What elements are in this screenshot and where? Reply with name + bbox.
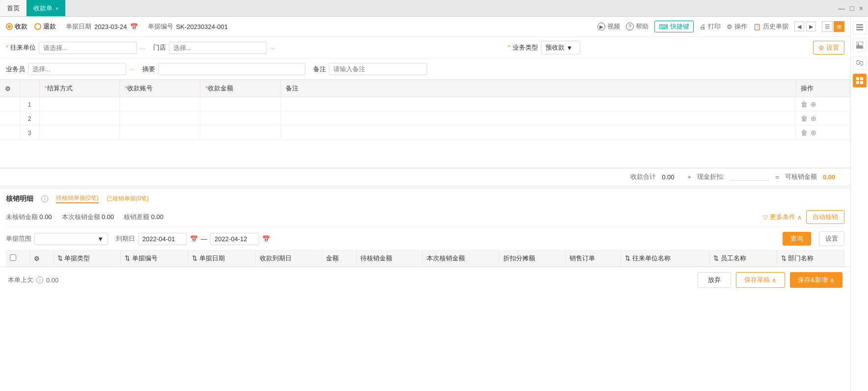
tab-receipt-close[interactable]: ×: [55, 5, 58, 11]
operations-action[interactable]: ⚙ 操作: [727, 22, 747, 31]
td-account-1[interactable]: [120, 97, 200, 112]
query-btn[interactable]: 查询: [783, 232, 811, 246]
sidebar-table-icon[interactable]: [853, 21, 867, 34]
delete-row-3-icon[interactable]: 🗑: [801, 129, 808, 137]
print-label: 打印: [708, 22, 721, 31]
discount-input[interactable]: [730, 173, 769, 181]
sort-icon: ⇅: [57, 254, 63, 262]
remark-input[interactable]: [329, 63, 427, 75]
quickkey-btn[interactable]: ⌨ 快捷键: [654, 21, 694, 32]
settings-btn[interactable]: ⚙ 设置: [813, 41, 844, 55]
date-from-input[interactable]: [138, 233, 187, 245]
verification-header: 核销明细 i 待核销单据(0笔) 已核销单据(0笔): [6, 189, 844, 207]
td-account-3[interactable]: [120, 126, 200, 140]
th-gear[interactable]: ⚙: [0, 80, 20, 97]
employee-input[interactable]: [28, 63, 126, 75]
history-action[interactable]: 📋 历史单据: [753, 22, 788, 31]
td-amount-3[interactable]: [200, 126, 281, 140]
radio-refund[interactable]: 退款: [34, 22, 56, 31]
td-remark-2[interactable]: [280, 112, 795, 126]
more-conditions-arrow: ∧: [797, 214, 802, 221]
calendar-icon[interactable]: 📅: [130, 23, 138, 30]
verification-info-icon[interactable]: i: [41, 196, 48, 202]
verification-section: 核销明细 i 待核销单据(0笔) 已核销单据(0笔) 未核销金额 0.00 本次…: [0, 189, 850, 267]
video-action[interactable]: ▶ 视频: [597, 22, 620, 31]
setting-btn-sm[interactable]: 设置: [819, 231, 844, 246]
tab-receipt[interactable]: 收款单 ×: [27, 0, 65, 16]
partner-input[interactable]: [39, 42, 137, 54]
th-due-date: 收款到期日: [255, 251, 322, 267]
td-remark-3[interactable]: [280, 126, 795, 140]
employee-more-icon[interactable]: ···: [129, 65, 135, 73]
store-input[interactable]: [169, 42, 267, 54]
discard-btn[interactable]: 放弃: [698, 272, 731, 288]
radio-receipt[interactable]: 收款: [6, 22, 27, 31]
grid-view-btn[interactable]: ⊞: [834, 21, 844, 32]
delete-row-2-icon[interactable]: 🗑: [801, 114, 808, 122]
done-tab[interactable]: 已核销单据(0笔): [107, 195, 149, 203]
sidebar-image-icon[interactable]: [853, 38, 867, 52]
help-action[interactable]: ? 帮助: [626, 22, 649, 31]
print-action[interactable]: 🖨 打印: [700, 22, 721, 31]
radio-refund-label: 退款: [43, 22, 56, 31]
summary-group: 摘要: [142, 63, 305, 75]
info-icon-footer[interactable]: i: [36, 277, 43, 283]
partner-group: 往来单位 ···: [6, 42, 145, 54]
prev-arrow[interactable]: ◀: [794, 22, 804, 31]
td-actions-1: 🗑 ⊕: [795, 97, 850, 112]
svg-rect-6: [860, 77, 863, 80]
select-all-checkbox[interactable]: [10, 254, 16, 261]
td-account-2[interactable]: [120, 112, 200, 126]
auto-verify-btn[interactable]: 自动核销: [806, 210, 844, 224]
current-value: 0.00: [102, 213, 114, 221]
sidebar-link-icon[interactable]: [853, 56, 867, 70]
summary-input[interactable]: [158, 63, 305, 75]
td-settlement-2[interactable]: [39, 112, 120, 126]
more-conditions-label: 更多条件: [770, 213, 795, 222]
svg-rect-5: [856, 77, 859, 80]
maximize-btn[interactable]: □: [850, 4, 854, 12]
td-remark-1[interactable]: [280, 97, 795, 112]
close-btn[interactable]: ×: [859, 4, 863, 12]
calendar-from-icon[interactable]: 📅: [190, 235, 198, 243]
plus-sign: +: [687, 173, 691, 181]
minimize-btn[interactable]: —: [838, 4, 845, 12]
td-amount-2[interactable]: [200, 112, 281, 126]
footer-right: 放弃 保存草稿 ∧ 保存&新增 ∧: [698, 272, 842, 288]
copy-row-3-icon[interactable]: ⊕: [811, 129, 816, 137]
remark-group: 备注: [313, 63, 427, 75]
td-settlement-3[interactable]: [39, 126, 120, 140]
table-row: 3 🗑 ⊕: [0, 126, 850, 140]
svg-rect-8: [860, 81, 863, 84]
equals-sign: =: [775, 173, 779, 181]
save-draft-btn[interactable]: 保存草稿 ∧: [736, 272, 785, 288]
sidebar-expand-icon[interactable]: [853, 74, 867, 87]
td-amount-1[interactable]: [200, 97, 281, 112]
range-filter: 单据范围 ▼: [6, 233, 108, 245]
calendar-to-icon[interactable]: 📅: [262, 235, 270, 243]
range-label: 单据范围: [6, 234, 31, 243]
copy-row-1-icon[interactable]: ⊕: [811, 100, 816, 108]
diff-label: 核销差额: [124, 213, 149, 221]
th-gear-bottom[interactable]: ⚙: [29, 251, 53, 267]
due-label: 到期日: [116, 234, 135, 243]
next-arrow[interactable]: ▶: [806, 22, 816, 31]
partner-more-icon[interactable]: ···: [140, 44, 145, 52]
delete-row-1-icon[interactable]: 🗑: [801, 100, 808, 108]
th-settlement: *结算方式: [39, 80, 120, 97]
list-view-btn[interactable]: ☰: [822, 21, 833, 32]
more-conditions-btn[interactable]: ▽ 更多条件 ∧: [763, 213, 802, 222]
settings-icon: ⚙: [818, 44, 824, 52]
td-settlement-1[interactable]: [39, 97, 120, 112]
business-type-dropdown[interactable]: 预收款 ▼: [541, 41, 580, 55]
business-type-group: 业务类型 预收款 ▼: [508, 41, 580, 55]
pending-tab[interactable]: 待核销单据(0笔): [56, 194, 99, 203]
save-draft-label: 保存草稿: [744, 276, 770, 284]
date-to-input[interactable]: [210, 233, 259, 245]
tab-home[interactable]: 首页: [0, 0, 27, 16]
th-check: [6, 251, 29, 267]
copy-row-2-icon[interactable]: ⊕: [811, 114, 816, 122]
save-new-btn[interactable]: 保存&新增 ∧: [790, 272, 842, 288]
range-select[interactable]: ▼: [34, 233, 108, 245]
store-more-icon[interactable]: ···: [270, 44, 275, 52]
